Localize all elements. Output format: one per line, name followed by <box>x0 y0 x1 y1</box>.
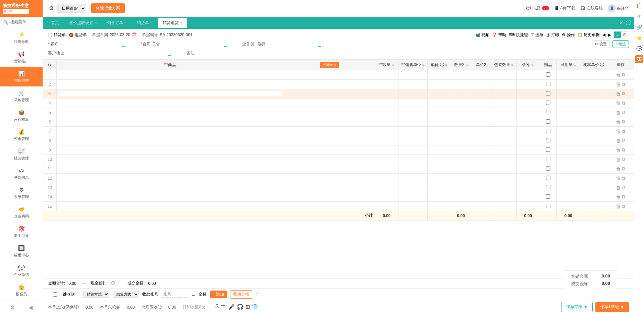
radio-sales[interactable]: 销货单 <box>48 32 66 38</box>
gift-cell-6[interactable] <box>540 117 556 127</box>
rp-image[interactable]: 🖼 <box>635 55 643 63</box>
message-section[interactable]: 💬 消息 70 <box>526 5 549 11</box>
gift-cell-15[interactable] <box>540 202 556 211</box>
salesperson-input[interactable] <box>256 41 316 47</box>
gift-checkbox-10[interactable] <box>546 157 550 161</box>
unit-cell-15[interactable] <box>398 202 427 211</box>
settle-method-select[interactable]: 结算方式 <box>83 291 109 298</box>
grid-icon[interactable]: ⊞ <box>246 304 250 311</box>
th-pack[interactable]: 包装数量 <box>491 60 516 70</box>
gift-checkbox-7[interactable] <box>546 129 550 133</box>
qty2-cell-11[interactable] <box>451 164 471 174</box>
qty-cell-4[interactable] <box>375 99 398 108</box>
gift-cell-11[interactable] <box>540 164 556 174</box>
product-cell-7[interactable] <box>57 127 284 136</box>
remark-input[interactable] <box>196 50 330 56</box>
qty2-cell-7[interactable] <box>451 127 471 136</box>
user-section[interactable]: 👤 徐泽华 <box>608 4 629 12</box>
save-new-button[interactable]: 保存&新增 ▼ <box>595 302 629 312</box>
toolbar-help[interactable]: ❓ 帮助 <box>492 32 506 38</box>
qty-cell-5[interactable] <box>375 108 398 117</box>
price-cell-1[interactable] <box>427 70 451 80</box>
gear-icon[interactable]: ⚙ <box>48 4 55 12</box>
tab-close-sales[interactable]: × <box>151 21 153 25</box>
gift-cell-4[interactable] <box>540 99 556 108</box>
qty-cell-10[interactable] <box>375 155 398 164</box>
price-cell-3[interactable] <box>427 89 451 99</box>
gift-cell-10[interactable] <box>540 155 556 164</box>
product-cell-6[interactable] <box>57 117 284 127</box>
copy-btn-5[interactable]: ⧉ <box>622 110 625 115</box>
unit-cell-1[interactable] <box>398 70 427 80</box>
qty2-cell-10[interactable] <box>451 155 471 164</box>
copy-btn-10[interactable]: ⧉ <box>622 156 625 162</box>
delete-btn-10[interactable]: 🗑 <box>616 156 621 162</box>
qty-cell-15[interactable] <box>375 202 398 211</box>
qty2-cell-2[interactable] <box>451 80 471 89</box>
question-icon-footer[interactable]: ⓘ <box>111 280 115 286</box>
sidebar-item-guide[interactable]: 🎯 新手引导 <box>0 222 43 242</box>
delete-btn-15[interactable]: 🗑 <box>616 203 621 209</box>
qty-cell-7[interactable] <box>375 127 398 136</box>
unit-cell-13[interactable] <box>398 183 427 192</box>
tab-home[interactable]: 首页 <box>46 18 64 28</box>
product-cell-3[interactable] <box>57 89 284 99</box>
product-cell-1[interactable] <box>57 70 284 80</box>
delete-btn-7[interactable]: 🗑 <box>616 128 621 134</box>
fee-question-icon[interactable]: ? <box>256 292 258 297</box>
qty2-cell-9[interactable] <box>451 145 471 155</box>
save-draft-button[interactable]: 保存草稿 ▼ <box>561 302 593 312</box>
unit-cell-4[interactable] <box>398 99 427 108</box>
collapse-icon[interactable]: ◀ <box>29 304 33 311</box>
price-cell-2[interactable] <box>427 80 451 89</box>
price-cell-9[interactable] <box>427 145 451 155</box>
gift-cell-13[interactable] <box>540 183 556 192</box>
add-row-button[interactable]: + <box>48 91 51 97</box>
toolbar-history[interactable]: 📋 历史单据 <box>578 32 600 38</box>
delete-btn-3[interactable]: 🗑 <box>616 91 621 97</box>
copy-btn-2[interactable]: ⧉ <box>622 81 625 87</box>
price-cell-13[interactable] <box>427 183 451 192</box>
gift-cell-3[interactable] <box>540 89 556 99</box>
qty-cell-9[interactable] <box>375 145 398 155</box>
gift-checkbox-5[interactable] <box>546 110 550 114</box>
fee-button[interactable]: 费用分摊 <box>230 290 252 299</box>
product-cell-2[interactable] <box>57 80 284 89</box>
gift-checkbox-8[interactable] <box>546 138 550 142</box>
tab-close-return[interactable]: × <box>180 21 182 25</box>
copy-btn-9[interactable]: ⧉ <box>622 147 625 153</box>
qty2-cell-1[interactable] <box>451 70 471 80</box>
unit-cell-6[interactable] <box>398 117 427 127</box>
gift-cell-14[interactable] <box>540 192 556 202</box>
tab-close-sales-order[interactable]: × <box>125 21 127 25</box>
delete-btn-4[interactable]: 🗑 <box>616 100 621 106</box>
qty2-cell-15[interactable] <box>451 202 471 211</box>
tab-sales-order[interactable]: 销售订单 × <box>102 18 131 28</box>
price-cell-14[interactable] <box>427 192 451 202</box>
sidebar-item-marketing[interactable]: 📢 营销推广 <box>0 48 43 67</box>
account-dotted-link[interactable]: ... <box>192 292 195 297</box>
gift-cell-12[interactable] <box>540 174 556 183</box>
radio-sales-input[interactable] <box>48 33 52 37</box>
delete-btn-5[interactable]: 🗑 <box>616 110 621 115</box>
radio-return-input[interactable] <box>69 33 73 37</box>
th-avail[interactable]: 可用量 <box>556 60 580 70</box>
rp-eye[interactable]: 👁 <box>635 12 643 20</box>
sidebar-item-wechat[interactable]: 💬 企业微信 <box>0 261 43 280</box>
qty-cell-6[interactable] <box>375 117 398 127</box>
radio-return[interactable]: 退货单 <box>69 32 87 38</box>
view-btn-table[interactable]: ≡ <box>614 32 621 38</box>
delete-btn-13[interactable]: 🗑 <box>616 185 621 190</box>
copy-btn-6[interactable]: ⧉ <box>622 119 625 125</box>
sidebar-item-apps[interactable]: 🔲 应用中心 <box>0 242 43 261</box>
copy-btn-12[interactable]: ⧉ <box>622 175 625 181</box>
one-click-collect-label[interactable]: 一键收款 <box>48 290 80 299</box>
copy-btn-13[interactable]: ⧉ <box>622 185 625 190</box>
prev-record-icon[interactable]: ◀ <box>602 33 605 37</box>
copy-btn-3[interactable]: ⧉ <box>622 91 625 97</box>
product-cell-13[interactable] <box>57 183 284 192</box>
unit-cell-3[interactable] <box>398 89 427 99</box>
delete-btn-11[interactable]: 🗑 <box>616 166 621 172</box>
address-input[interactable] <box>66 50 166 56</box>
copy-btn-1[interactable]: ⧉ <box>622 72 625 78</box>
